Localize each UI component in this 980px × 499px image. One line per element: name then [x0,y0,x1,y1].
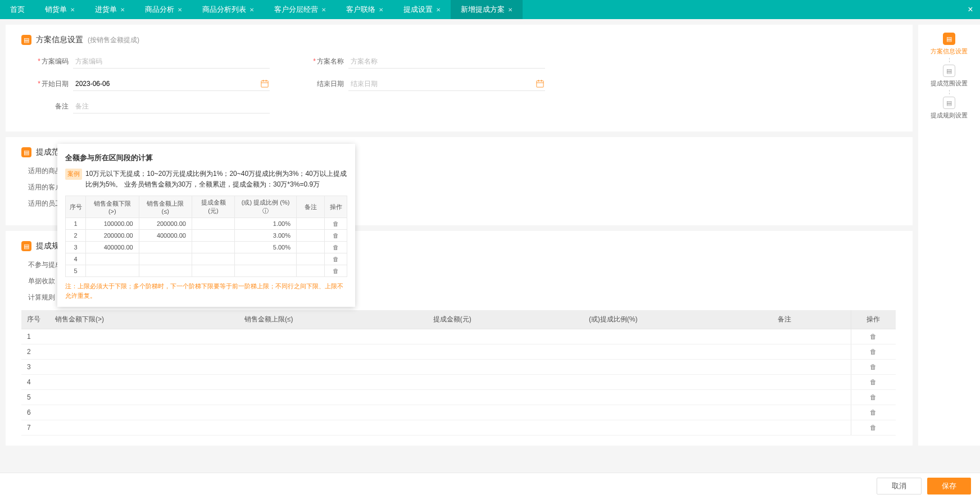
tab-客户联络[interactable]: 客户联络✕ [336,0,393,19]
cell-empty[interactable] [428,360,583,375]
cell-empty[interactable] [239,390,428,405]
cell-empty[interactable] [428,329,583,344]
cell-seq: 3 [21,360,49,375]
delete-icon[interactable]: 🗑 [870,393,877,401]
cell-empty[interactable] [428,390,583,405]
cell-empty[interactable] [49,360,239,375]
plan-name-input[interactable] [348,54,545,69]
pcol-lower: 销售金额下限 (>) [86,196,139,218]
anchor-提成规则设置[interactable]: ▤提成规则设置 [931,97,968,120]
cell-empty[interactable] [239,420,428,436]
table-row[interactable]: 5🗑 [21,390,896,405]
end-date-input[interactable] [348,76,545,91]
cell-empty[interactable] [239,344,428,360]
cell-seq: 2 [66,230,86,242]
cell-empty[interactable] [428,344,583,360]
col-seq: 序号 [21,310,49,329]
cell-empty[interactable] [239,405,428,420]
start-date-input[interactable] [73,76,270,91]
tab-提成设置[interactable]: 提成设置✕ [393,0,451,19]
table-row[interactable]: 3🗑 [21,360,896,375]
cell-empty[interactable] [772,405,851,420]
anchor-提成范围设置[interactable]: ▤提成范围设置 [931,65,968,88]
cell-empty[interactable] [583,329,772,344]
delete-icon[interactable]: 🗑 [333,244,339,251]
cell-op: 🗑 [851,375,896,390]
cell-empty[interactable] [583,420,772,436]
cell-empty[interactable] [49,329,239,344]
pcol-seq: 序号 [66,196,86,218]
delete-icon[interactable]: 🗑 [333,232,339,239]
cell-empty[interactable] [772,390,851,405]
tab-商品分析列表[interactable]: 商品分析列表✕ [192,0,264,19]
tab-label: 提成设置 [403,4,433,15]
cell-empty[interactable] [583,360,772,375]
close-icon[interactable]: ✕ [321,7,326,13]
tab-新增提成方案[interactable]: 新增提成方案✕ [451,0,523,19]
panel-subtitle: (按销售金额提成) [88,35,139,45]
delete-icon[interactable]: 🗑 [333,256,339,262]
cell-empty[interactable] [772,420,851,436]
cell-empty[interactable] [49,344,239,360]
close-icon[interactable]: ✕ [508,7,512,13]
table-row[interactable]: 6🗑 [21,405,896,420]
info-icon[interactable]: ⓘ [262,207,269,214]
example-tag: 案例 [65,169,82,180]
cell-empty[interactable] [583,375,772,390]
delete-icon[interactable]: 🗑 [870,348,877,356]
delete-icon[interactable]: 🗑 [333,267,339,274]
cell-empty[interactable] [49,375,239,390]
table-row[interactable]: 7🗑 [21,420,896,436]
cancel-button[interactable]: 取消 [877,478,922,479]
cell-empty[interactable] [772,329,851,344]
delete-icon[interactable]: 🗑 [870,424,877,432]
close-all-tabs-button[interactable]: × [961,0,980,19]
close-icon[interactable]: ✕ [379,7,383,13]
table-row[interactable]: 2🗑 [21,344,896,360]
cell-empty[interactable] [772,360,851,375]
cell-empty[interactable] [49,420,239,436]
cell-empty[interactable] [583,390,772,405]
cell-seq: 7 [21,420,49,436]
cell-empty[interactable] [772,344,851,360]
cell-empty[interactable] [583,405,772,420]
cell-empty[interactable] [239,360,428,375]
anchor-connector [949,58,950,62]
tab-商品分析[interactable]: 商品分析✕ [135,0,192,19]
delete-icon[interactable]: 🗑 [870,363,877,371]
tab-首页[interactable]: 首页 [0,0,35,19]
tab-销货单[interactable]: 销货单✕ [35,0,85,19]
anchor-label: 提成规则设置 [931,111,968,120]
cell-empty[interactable] [239,329,428,344]
cell-empty[interactable] [772,375,851,390]
close-icon[interactable]: ✕ [249,7,254,13]
cell-empty[interactable] [49,390,239,405]
plan-code-input[interactable] [73,54,270,69]
table-row[interactable]: 1🗑 [21,329,896,344]
save-button[interactable]: 保存 [927,478,971,479]
cell-empty[interactable] [428,405,583,420]
cell-empty[interactable] [428,375,583,390]
cell-upper: 400000.00 [139,230,192,242]
close-icon[interactable]: ✕ [120,7,125,13]
delete-icon[interactable]: 🗑 [870,378,877,386]
anchor-方案信息设置[interactable]: ▤方案信息设置 [931,33,968,56]
close-icon[interactable]: ✕ [178,7,182,13]
table-row[interactable]: 4🗑 [21,375,896,390]
cell-empty[interactable] [583,344,772,360]
delete-icon[interactable]: 🗑 [333,220,339,227]
anchor-icon: ▤ [943,65,955,77]
close-icon[interactable]: ✕ [436,7,441,13]
cell-empty[interactable] [428,420,583,436]
delete-icon[interactable]: 🗑 [870,409,877,416]
tab-客户分层经营[interactable]: 客户分层经营✕ [264,0,336,19]
tab-进货单[interactable]: 进货单✕ [85,0,135,19]
cell-empty[interactable] [49,405,239,420]
delete-icon[interactable]: 🗑 [870,333,877,341]
close-icon[interactable]: ✕ [70,7,75,13]
remark-input[interactable] [73,99,270,114]
cell-upper [139,242,192,253]
cell-ratio: 1.00% [235,218,297,230]
cell-empty[interactable] [239,375,428,390]
cell-op: 🗑 [851,390,896,405]
